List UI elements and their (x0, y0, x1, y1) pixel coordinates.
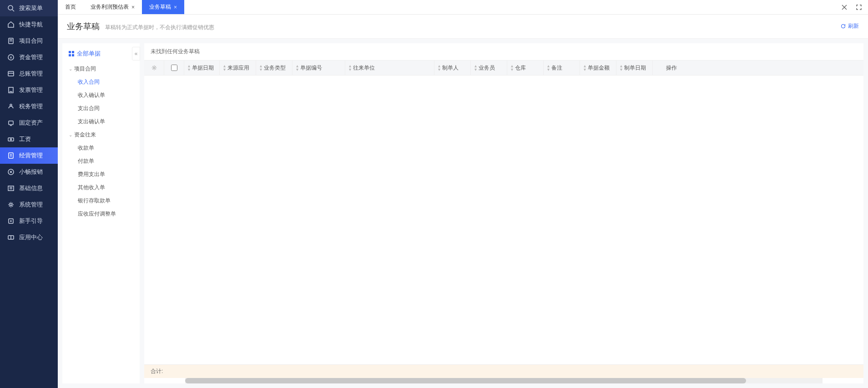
tree-item-bank-transfer[interactable]: 银行存取款单 (62, 194, 140, 207)
tree-group-label-text: 资金往来 (74, 131, 96, 139)
close-icon[interactable]: × (174, 4, 177, 10)
horizontal-scrollbar[interactable] (185, 378, 823, 383)
svg-rect-11 (9, 121, 13, 125)
select-all-checkbox[interactable] (171, 65, 177, 71)
sidebar-item-apps[interactable]: 应用中心 (0, 229, 58, 246)
th-remark[interactable]: ▴▾备注 (544, 60, 580, 75)
close-all-icon[interactable] (840, 3, 849, 12)
page-header: 业务草稿 草稿转为正式单据时，不会执行满赠促销优惠 刷新 (58, 15, 868, 39)
th-bill-no[interactable]: ▴▾单据编号 (293, 60, 345, 75)
sidebar-item-contract[interactable]: 项目合同 (0, 33, 58, 49)
th-bill-date[interactable]: ▴▾单据日期 (184, 60, 220, 75)
sidebar-item-reimburse[interactable]: 小畅报销 (0, 164, 58, 180)
filter-all-button[interactable]: 全部单据 (62, 48, 140, 62)
th-warehouse[interactable]: ▴▾仓库 (507, 60, 544, 75)
th-partner[interactable]: ▴▾往来单位 (345, 60, 434, 75)
empty-message: 未找到任何业务草稿 (144, 43, 863, 60)
tab-home[interactable]: 首页 (58, 0, 83, 14)
th-salesperson[interactable]: ▴▾业务员 (471, 60, 507, 75)
sidebar-item-quicknav[interactable]: 快捷导航 (0, 16, 58, 33)
tab-business-draft[interactable]: 业务草稿 × (142, 0, 184, 14)
sort-icon: ▴▾ (438, 64, 440, 71)
tree-item-income-confirm[interactable]: 收入确认单 (62, 89, 140, 102)
ledger-icon (7, 70, 15, 77)
sort-icon: ▴▾ (547, 64, 550, 71)
reimburse-icon (7, 168, 15, 176)
chevron-down-icon: ⌄ (69, 66, 72, 71)
sidebar-label: 新手引导 (19, 217, 43, 225)
salary-icon (7, 136, 15, 143)
footer-total-label: 合计: (151, 368, 163, 375)
sidebar-item-search[interactable]: 搜索菜单 (0, 0, 58, 16)
tree-group-label-text: 项目合同 (74, 65, 96, 73)
sidebar-label: 应用中心 (19, 233, 43, 242)
gear-icon (151, 65, 157, 71)
svg-point-24 (10, 221, 11, 222)
grid-icon (69, 51, 74, 56)
th-actions: 操作 (653, 60, 690, 75)
fullscreen-icon[interactable] (854, 3, 863, 12)
business-icon (7, 152, 15, 159)
tree-item-income-contract[interactable]: 收入合同 (62, 76, 140, 89)
close-icon[interactable]: × (131, 4, 135, 10)
sort-icon: ▴▾ (474, 64, 477, 71)
tree-group-funds[interactable]: ⌄ 资金往来 (62, 128, 140, 141)
sidebar-label: 税务管理 (19, 102, 43, 111)
th-source-app[interactable]: ▴▾来源应用 (220, 60, 256, 75)
select-all-cell[interactable] (164, 60, 184, 75)
sidebar-label: 搜索菜单 (19, 4, 43, 12)
content-row: 全部单据 « ⌄ 项目合同 收入合同 收入确认单 支出合同 支出确认单 ⌄ 资金… (58, 39, 868, 388)
svg-point-10 (10, 104, 12, 106)
tree-item-payment[interactable]: 付款单 (62, 155, 140, 168)
th-create-date[interactable]: ▴▾制单日期 (616, 60, 653, 75)
scrollbar-thumb[interactable] (185, 378, 746, 383)
apps-icon (7, 234, 15, 241)
sidebar-item-system[interactable]: 系统管理 (0, 197, 58, 213)
table-area: 未找到任何业务草稿 ▴▾单据日期 ▴▾来源应用 ▴▾业务类型 ▴▾单据编号 ▴▾… (144, 43, 863, 383)
sidebar-item-guide[interactable]: 新手引导 (0, 213, 58, 229)
th-creator[interactable]: ▴▾制单人 (434, 60, 471, 75)
column-settings-button[interactable] (144, 60, 164, 75)
sort-icon: ▴▾ (223, 64, 226, 71)
sort-icon: ▴▾ (188, 64, 190, 71)
table-header: ▴▾单据日期 ▴▾来源应用 ▴▾业务类型 ▴▾单据编号 ▴▾往来单位 ▴▾制单人… (144, 60, 863, 76)
sidebar-label: 项目合同 (19, 37, 43, 45)
search-icon (7, 5, 15, 12)
tab-profit-estimate[interactable]: 业务利润预估表 × (83, 0, 142, 14)
sidebar-label: 基础信息 (19, 184, 43, 192)
table-footer: 合计: (144, 364, 863, 378)
tree-item-other-income[interactable]: 其他收入单 (62, 181, 140, 194)
refresh-label: 刷新 (848, 22, 859, 30)
th-biz-type[interactable]: ▴▾业务类型 (256, 60, 293, 75)
svg-rect-19 (8, 186, 14, 191)
money-icon: ¥ (7, 54, 15, 61)
sidebar-item-salary[interactable]: 工资 (0, 131, 58, 147)
collapse-panel-button[interactable]: « (132, 47, 140, 60)
sidebar-item-ledger[interactable]: 总账管理 (0, 66, 58, 82)
sidebar-item-asset[interactable]: 固定资产 (0, 115, 58, 131)
tab-label: 首页 (65, 3, 76, 11)
svg-rect-32 (72, 54, 74, 56)
tree-item-expense-bill[interactable]: 费用支出单 (62, 168, 140, 181)
tree-item-expense-confirm[interactable]: 支出确认单 (62, 115, 140, 128)
tab-label: 业务草稿 (149, 3, 171, 11)
sidebar-item-info[interactable]: 基础信息 (0, 180, 58, 197)
tree-item-expense-contract[interactable]: 支出合同 (62, 102, 140, 115)
tab-label: 业务利润预估表 (91, 3, 129, 11)
svg-rect-7 (8, 71, 14, 76)
th-amount[interactable]: ▴▾单据金额 (580, 60, 616, 75)
sidebar-label: 固定资产 (19, 119, 43, 127)
svg-rect-13 (8, 138, 14, 141)
refresh-button[interactable]: 刷新 (840, 22, 859, 30)
tree-group-contract[interactable]: ⌄ 项目合同 (62, 62, 140, 76)
sidebar-item-invoice[interactable]: 发票管理 (0, 82, 58, 98)
sidebar-item-tax[interactable]: 税务管理 (0, 98, 58, 115)
tree-item-receipt[interactable]: 收款单 (62, 141, 140, 155)
sidebar-item-funds[interactable]: ¥ 资金管理 (0, 49, 58, 66)
tree-item-ar-ap-adjust[interactable]: 应收应付调整单 (62, 207, 140, 221)
info-icon (7, 185, 15, 192)
sidebar-item-business[interactable]: 经营管理 (0, 147, 58, 164)
svg-point-14 (10, 139, 12, 140)
tabs-actions (840, 0, 868, 14)
asset-icon (7, 119, 15, 126)
